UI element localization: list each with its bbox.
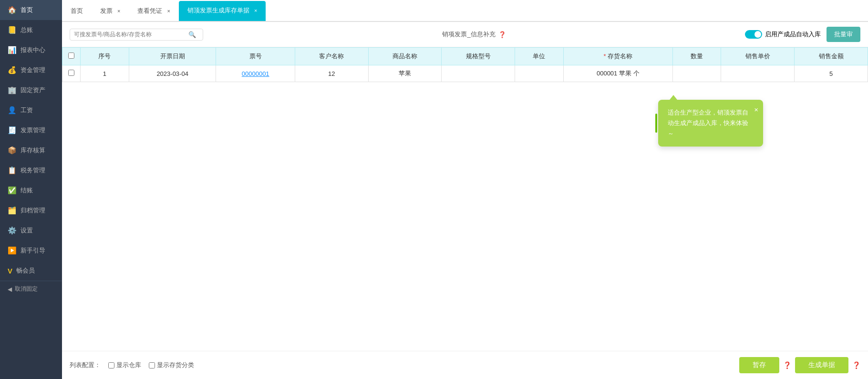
- row-quantity: [672, 65, 721, 82]
- sidebar-item-label: 资金管理: [21, 66, 45, 74]
- tab-cancel-invoice[interactable]: 销顶发票生成库存单据 ×: [179, 1, 266, 21]
- row-unit: [515, 65, 564, 82]
- show-category-checkbox-label[interactable]: 显示存货分类: [149, 361, 194, 369]
- tab-bar: 首页 发票 × 查看凭证 × 销顶发票生成库存单据 ×: [62, 0, 868, 22]
- sidebar-item-label: 设置: [21, 226, 33, 235]
- guide-icon: ▶️: [8, 246, 17, 255]
- th-spec: 规格型号: [442, 48, 515, 65]
- sidebar-item-inventory[interactable]: 📦 库存核算: [0, 140, 62, 160]
- th-checkbox: [62, 48, 81, 65]
- sidebar-item-label: 发票管理: [21, 126, 45, 135]
- row-checkbox[interactable]: [68, 70, 74, 76]
- page-body: 🔍 销项发票_信息补充 ❓ 启用产成品自动入库 批量审: [62, 22, 868, 379]
- sidebar-item-label: 税务管理: [21, 166, 45, 175]
- th-goods: 商品名称: [368, 48, 442, 65]
- sidebar-item-label: 结账: [21, 186, 33, 195]
- table-row: 1 2023-03-04 00000001 12 苹果 000001 苹果 个 …: [62, 65, 868, 82]
- toolbar: 🔍 销项发票_信息补充 ❓ 启用产成品自动入库 批量审: [62, 22, 868, 47]
- search-input[interactable]: [74, 31, 188, 38]
- tooltip-text: 适合生产型企业，销顶发票自动生成产成品入库，快来体验～: [668, 109, 748, 137]
- sidebar-item-invoice-mgmt[interactable]: 🧾 发票管理: [0, 120, 62, 140]
- tab-voucher-close[interactable]: ×: [167, 8, 170, 14]
- settings-icon: ⚙️: [8, 226, 17, 235]
- sidebar-item-settings[interactable]: ⚙️ 设置: [0, 221, 62, 241]
- th-number: 票号: [216, 48, 295, 65]
- tab-invoice[interactable]: 发票 ×: [92, 1, 129, 21]
- save-help-icon[interactable]: ❓: [783, 361, 791, 369]
- toolbar-right: 启用产成品自动入库 批量审: [745, 27, 860, 42]
- row-amount: 5: [795, 65, 868, 82]
- th-unit-price: 销售单价: [721, 48, 795, 65]
- sidebar: 🏠 首页 📒 总账 📊 报表中心 💰 资金管理 🏢 固定资产 👤 工资 🧾 发票…: [0, 0, 62, 379]
- tab-voucher[interactable]: 查看凭证 ×: [129, 1, 178, 21]
- sidebar-item-tax[interactable]: 📋 税务管理: [0, 160, 62, 180]
- sidebar-item-guide[interactable]: ▶️ 新手引导: [0, 241, 62, 261]
- sidebar-item-ledger[interactable]: 📒 总账: [0, 20, 62, 40]
- invoice-mgmt-icon: 🧾: [8, 126, 17, 135]
- th-inventory: 存货名称: [563, 48, 672, 65]
- toolbar-center: 销项发票_信息补充 ❓: [442, 30, 506, 39]
- footer: 列表配置： 显示仓库 显示存货分类 暂存 ❓ 生成单据 ❓: [62, 351, 868, 379]
- sidebar-item-label: 新手引导: [21, 246, 45, 255]
- search-icon: 🔍: [188, 31, 196, 38]
- tax-icon: 📋: [8, 166, 17, 175]
- select-all-checkbox[interactable]: [68, 53, 74, 59]
- sidebar-item-vip[interactable]: V 畅会员: [0, 261, 62, 281]
- sidebar-item-home[interactable]: 🏠 首页: [0, 0, 62, 20]
- tab-voucher-label: 查看凭证: [137, 7, 162, 15]
- tab-invoice-close[interactable]: ×: [117, 8, 120, 14]
- inventory-icon: 📦: [8, 146, 17, 155]
- settle-icon: ✅: [8, 186, 17, 195]
- pin-icon: ◀: [8, 286, 12, 293]
- sidebar-item-label: 报表中心: [21, 46, 45, 54]
- home-icon: 🏠: [8, 6, 17, 14]
- funds-icon: 💰: [8, 66, 17, 74]
- sidebar-item-funds[interactable]: 💰 资金管理: [0, 60, 62, 80]
- toggle-label: 启用产成品自动入库: [765, 30, 821, 39]
- tab-cancel-invoice-label: 销顶发票生成库存单据: [187, 6, 249, 15]
- list-config-label: 列表配置：: [70, 361, 101, 369]
- footer-buttons: 暂存 ❓ 生成单据 ❓: [739, 357, 860, 373]
- pin-label: 取消固定: [15, 285, 38, 293]
- ledger-icon: 📒: [8, 26, 17, 34]
- tab-cancel-invoice-close[interactable]: ×: [254, 8, 257, 13]
- row-inventory: 000001 苹果 个: [563, 65, 672, 82]
- vip-icon: V: [8, 267, 12, 275]
- footer-checkbox-group: 显示仓库 显示存货分类: [108, 361, 194, 369]
- sidebar-item-fixed[interactable]: 🏢 固定资产: [0, 80, 62, 100]
- generate-help-icon[interactable]: ❓: [852, 361, 860, 369]
- main-content: 首页 发票 × 查看凭证 × 销顶发票生成库存单据 × 🔍 销项发票_信息补充: [62, 0, 868, 379]
- hr-icon: 👤: [8, 106, 17, 115]
- sidebar-item-label: 首页: [21, 6, 33, 14]
- row-customer: 12: [295, 65, 368, 82]
- sidebar-item-label: 固定资产: [21, 86, 45, 95]
- toolbar-left: 🔍: [70, 29, 203, 41]
- show-warehouse-checkbox-label[interactable]: 显示仓库: [108, 361, 141, 369]
- auto-warehouse-toggle[interactable]: [745, 30, 762, 39]
- info-help-icon[interactable]: ❓: [498, 31, 506, 38]
- cancel-pin[interactable]: ◀ 取消固定: [0, 281, 62, 297]
- archive-icon: 🗂️: [8, 206, 17, 215]
- th-customer: 客户名称: [295, 48, 368, 65]
- show-category-checkbox[interactable]: [149, 362, 155, 368]
- th-unit: 单位: [515, 48, 564, 65]
- sidebar-item-settle[interactable]: ✅ 结账: [0, 180, 62, 200]
- fixed-icon: 🏢: [8, 86, 17, 95]
- tooltip-indicator: [655, 114, 657, 133]
- generate-button[interactable]: 生成单据: [795, 357, 848, 373]
- save-button[interactable]: 暂存: [739, 357, 779, 373]
- row-spec: [442, 65, 515, 82]
- th-seq: 序号: [81, 48, 129, 65]
- row-seq: 1: [81, 65, 129, 82]
- sidebar-item-archive[interactable]: 🗂️ 归档管理: [0, 200, 62, 221]
- tooltip-close-button[interactable]: ×: [754, 104, 758, 116]
- tab-home[interactable]: 首页: [62, 1, 92, 21]
- sidebar-item-reports[interactable]: 📊 报表中心: [0, 40, 62, 60]
- toggle-wrapper: 启用产成品自动入库: [745, 30, 821, 39]
- th-date: 开票日期: [129, 48, 216, 65]
- search-box[interactable]: 🔍: [70, 29, 203, 41]
- show-warehouse-checkbox[interactable]: [108, 362, 114, 368]
- tab-invoice-label: 发票: [100, 7, 113, 15]
- batch-button[interactable]: 批量审: [827, 27, 860, 42]
- sidebar-item-hr[interactable]: 👤 工资: [0, 100, 62, 120]
